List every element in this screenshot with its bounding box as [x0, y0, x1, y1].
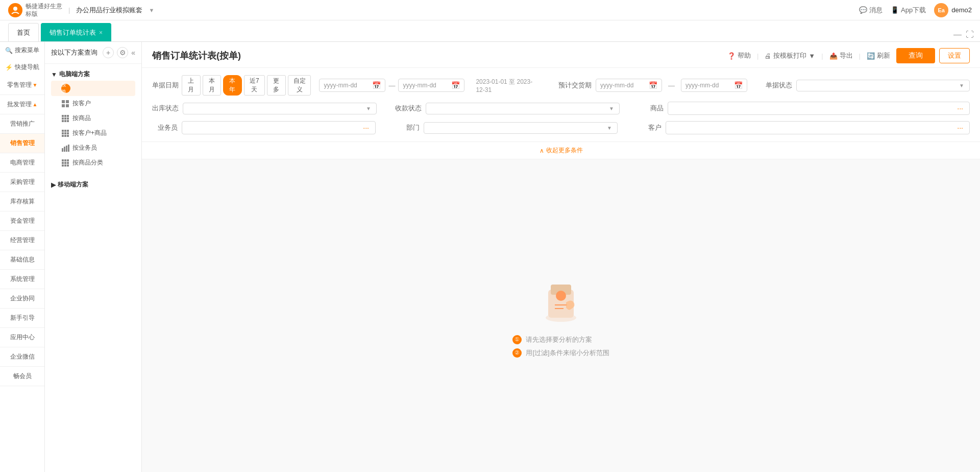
main-layout: 🔍 搜索菜单 ⚡ 快捷导航 零售管理 ▼ 批发管理 ▲ 营销推广 销售管理 电商… — [0, 42, 980, 472]
scheme-item-by-customer-goods[interactable]: 按客户+商品 — [51, 126, 135, 140]
collapse-bar[interactable]: ∧ 收起更多条件 — [142, 142, 980, 159]
mobile-group-title[interactable]: ▶ 移动端方案 — [51, 178, 135, 191]
filter-ship-status-group: 出库状态 ▼ — [152, 103, 377, 114]
svg-point-39 — [556, 291, 566, 301]
tip-num-2: ② — [512, 348, 522, 358]
svg-rect-12 — [64, 120, 66, 122]
top-nav-title[interactable]: 办公用品行业模拟账套 — [76, 6, 142, 15]
search-button[interactable]: 查询 — [896, 48, 935, 63]
goods-ellipsis-btn[interactable]: ··· — [955, 104, 965, 112]
tab-right-actions: — ⛶ — [953, 30, 980, 41]
scheme-by-customer-goods-label: 按客户+商品 — [72, 129, 107, 137]
sidebar-item-wholesale[interactable]: 批发管理 ▲ — [0, 95, 44, 114]
app-download-button[interactable]: 📱 App下载 — [891, 6, 926, 15]
salesperson-input[interactable]: ··· — [182, 121, 376, 134]
export-button[interactable]: 📤 导出 — [829, 51, 853, 60]
left-panel-title: 按以下方案查询 — [51, 48, 97, 57]
date-btn-this-year[interactable]: 本年 — [223, 75, 242, 96]
date-btn-7days[interactable]: 近7天 — [244, 75, 265, 96]
user-area[interactable]: Ea demo2 — [934, 3, 972, 17]
sidebar-item-basic[interactable]: 基础信息 — [0, 250, 44, 270]
collection-status-select[interactable]: ▼ — [426, 103, 620, 114]
sidebar-search[interactable]: 🔍 搜索菜单 — [0, 42, 44, 59]
scheme-item-by-salesperson[interactable]: 按业务员 — [51, 140, 135, 155]
settings-scheme-button[interactable]: ⚙ — [117, 47, 128, 58]
tab-maximize-icon[interactable]: ⛶ — [966, 30, 974, 39]
expected-date-to-input[interactable]: yyyy-mm-dd 📅 — [681, 79, 747, 92]
page-header-actions: ❓ 帮助 | 🖨 按模板打印 ▼ | 📤 导出 | — [727, 48, 970, 63]
tab-minimize-icon[interactable]: — — [953, 30, 962, 39]
collapse-panel-button[interactable]: « — [131, 49, 135, 57]
customer-input[interactable]: ··· — [666, 121, 970, 134]
sidebar-item-enterprise[interactable]: 企业协同 — [0, 289, 44, 309]
add-scheme-button[interactable]: + — [103, 47, 114, 58]
filter-row-3: 业务员 ··· 部门 ▼ 客户 — [152, 121, 970, 134]
tab-sales-order[interactable]: 销售订单统计表 × — [41, 23, 111, 41]
message-button[interactable]: 💬 消息 — [859, 6, 883, 15]
svg-rect-7 — [67, 115, 69, 117]
svg-rect-14 — [62, 130, 64, 132]
goods-input[interactable]: ··· — [668, 102, 970, 115]
expected-date-from-input[interactable]: yyyy-mm-dd 📅 — [596, 79, 662, 92]
bill-status-select[interactable]: ▼ — [796, 80, 970, 91]
filter-salesperson-group: 业务员 ··· — [152, 121, 376, 134]
date-input-group: yyyy-mm-dd 📅 — yyyy-mm-dd 📅 — [319, 79, 464, 92]
user-name: demo2 — [951, 6, 972, 14]
date-from-input[interactable]: yyyy-mm-dd 📅 — [319, 79, 385, 92]
filter-settings-button[interactable]: 设置 — [939, 48, 970, 63]
expected-date-from-calendar-icon[interactable]: 📅 — [649, 81, 657, 89]
sidebar-item-finance[interactable]: 资金管理 — [0, 211, 44, 231]
department-select[interactable]: ▼ — [424, 122, 618, 134]
right-content: 销售订单统计表(按单) ❓ 帮助 | 🖨 按模板打印 ▼ | 📤 — [142, 42, 980, 472]
customer-ellipsis-btn[interactable]: ··· — [955, 124, 965, 132]
salesperson-ellipsis-btn[interactable]: ··· — [361, 124, 371, 132]
svg-rect-25 — [66, 146, 67, 152]
date-btn-this-month[interactable]: 本月 — [203, 75, 222, 96]
print-button[interactable]: 🖨 按模板打印 ▼ — [765, 51, 815, 60]
sidebar-item-ecommerce[interactable]: 电商管理 — [0, 153, 44, 173]
scheme-item-by-order[interactable]: 按单 — [51, 81, 135, 96]
sidebar-item-operations[interactable]: 经营管理 — [0, 231, 44, 250]
date-btn-last-month[interactable]: 上月 — [182, 75, 201, 96]
tab-home[interactable]: 首页 — [8, 23, 39, 41]
desktop-group-title[interactable]: ▼ 电脑端方案 — [51, 68, 135, 81]
date-from-calendar-icon[interactable]: 📅 — [372, 81, 381, 89]
collection-status-arrow-icon: ▼ — [609, 106, 614, 111]
sidebar-item-wechat[interactable]: 企业微信 — [0, 347, 44, 367]
desktop-group-label: 电脑端方案 — [59, 70, 90, 79]
scheme-item-by-customer[interactable]: 按客户 — [51, 96, 135, 111]
sidebar-item-retail[interactable]: 零售管理 ▼ — [0, 76, 44, 95]
sidebar-item-guide[interactable]: 新手引导 — [0, 309, 44, 328]
empty-state: ① 请先选择要分析的方案 ② 用[过滤]条件来缩小分析范围 — [142, 159, 980, 472]
svg-rect-6 — [64, 115, 66, 117]
ship-status-select[interactable]: ▼ — [183, 103, 377, 114]
expected-date-to-calendar-icon[interactable]: 📅 — [734, 81, 743, 89]
tab-home-label: 首页 — [17, 28, 30, 37]
refresh-button[interactable]: 🔄 刷新 — [867, 51, 890, 60]
tab-close-icon[interactable]: × — [99, 29, 103, 36]
date-to-calendar-icon[interactable]: 📅 — [451, 81, 460, 89]
help-icon: ❓ — [727, 52, 736, 60]
sidebar-item-marketing[interactable]: 营销推广 — [0, 114, 44, 134]
help-button[interactable]: ❓ 帮助 — [727, 51, 751, 60]
sidebar-shortcut[interactable]: ⚡ 快捷导航 — [0, 59, 44, 76]
sidebar-item-appstore[interactable]: 应用中心 — [0, 328, 44, 347]
svg-rect-21 — [64, 135, 66, 137]
scheme-item-by-goods[interactable]: 按商品 — [51, 111, 135, 126]
date-to-input[interactable]: yyyy-mm-dd 📅 — [398, 79, 464, 92]
tip-num-1: ① — [512, 335, 522, 344]
sidebar-item-wholesale-arrow: ▲ — [33, 102, 38, 107]
date-btn-custom[interactable]: 自定义 — [288, 75, 311, 96]
date-btn-more[interactable]: 更多 — [267, 75, 286, 96]
sidebar-item-member[interactable]: 畅会员 — [0, 367, 44, 386]
mobile-scheme-group: ▶ 移动端方案 — [45, 174, 141, 195]
scheme-item-by-category[interactable]: 按商品分类 — [51, 155, 135, 170]
bill-status-label: 单据状态 — [766, 81, 792, 90]
svg-rect-23 — [62, 148, 63, 152]
tab-bar: 首页 销售订单统计表 × — ⛶ — [0, 20, 980, 42]
sidebar-item-system[interactable]: 系统管理 — [0, 270, 44, 289]
nav-arrow-icon[interactable]: ▼ — [149, 7, 154, 13]
sidebar-item-sales[interactable]: 销售管理 — [0, 134, 44, 153]
sidebar-item-purchase[interactable]: 采购管理 — [0, 173, 44, 192]
sidebar-item-inventory[interactable]: 库存核算 — [0, 192, 44, 211]
